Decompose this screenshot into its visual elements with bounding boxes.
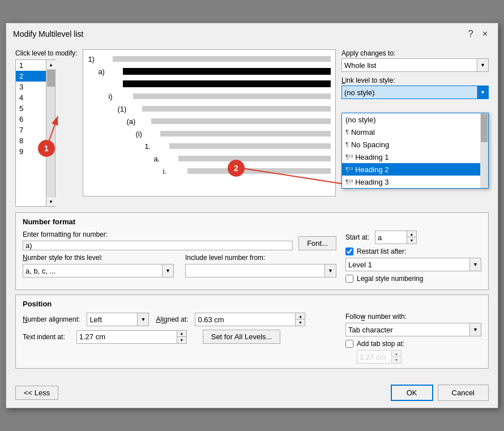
style-item-4[interactable]: ¶¹³Heading 2 [342,163,480,176]
level-item-6[interactable]: 6 [16,114,46,125]
level-item-7[interactable]: 7 [16,125,46,135]
number-alignment-label: Number alignment: [23,315,80,323]
start-at-spinner[interactable]: ▲ ▼ [375,231,417,244]
close-button[interactable]: × [479,28,491,40]
tab-stop-value[interactable] [357,353,391,361]
style-item-5[interactable]: ¶¹³Heading 3 [342,176,480,188]
position-left: Number alignment: Left ▼ Ali̲gned at: [23,313,336,364]
start-at-label: Start at: [345,233,369,241]
number-alignment-dropdown[interactable]: Left ▼ [87,313,149,326]
set-for-all-button[interactable]: Set for All Levels... [203,330,281,344]
position-right: Follow̲ number with: Tab character ▼ Add… [345,313,481,364]
preview-row-7: 1. [88,140,331,152]
tab-stop-spinner[interactable]: ▲ ▼ [357,350,402,364]
level-list-container: 123456789 ▲ ▼ [15,59,77,207]
preview-line-3 [133,93,331,99]
cancel-button[interactable]: Cancel [438,385,489,401]
tab-stop-down[interactable]: ▼ [392,357,401,363]
preview-label-6: (i) [135,130,158,138]
aligned-at-label: Ali̲gned at: [156,315,188,323]
position-section: Position Number alignment: Left ▼ Ali̲gn… [15,295,489,369]
formatting-input[interactable] [23,241,293,250]
level-list[interactable]: 123456789 [15,59,46,207]
position-row: Number alignment: Left ▼ Ali̲gned at: [23,313,481,364]
aligned-at-value[interactable] [195,315,295,324]
preview-label-8: a. [153,155,176,163]
legal-style-label: Legal style numbering [357,275,423,283]
style-item-1[interactable]: ¶Normal [342,126,480,138]
formatting-label: Enter formatting for number: [23,231,293,238]
style-item-0[interactable]: (no style) [342,113,480,126]
text-indent-down[interactable]: ▼ [177,337,186,343]
apply-changes-arrow: ▼ [477,59,488,71]
dialog-body: Click level to modify: 123456789 ▲ ▼ [6,44,498,380]
ok-button[interactable]: OK [391,385,433,401]
start-at-down[interactable]: ▼ [407,237,416,244]
apply-changes-dropdown[interactable]: Whole list ▼ [341,58,489,72]
start-at-up[interactable]: ▲ [407,231,416,237]
number-style-col: Number style for this level: a, b, c, ..… [23,254,174,278]
formatting-row: Enter formatting for number: Font... [23,231,336,250]
preview-row-9: i. [88,165,331,177]
text-indent-spinner[interactable]: ▲ ▼ [76,330,187,344]
aligned-at-down[interactable]: ▼ [296,319,305,326]
restart-list-checkbox[interactable] [345,247,353,255]
number-alignment-value: Left [87,313,137,326]
level-item-1[interactable]: 1 [16,60,46,71]
follow-number-dropdown[interactable]: Tab character ▼ [345,323,481,336]
include-level-col: Include level number from: ▼ [185,254,336,278]
level-scrollbar: ▲ ▼ [46,59,55,207]
style-scrollbar[interactable] [480,113,488,188]
tab-stop-arrows: ▲ ▼ [391,351,401,363]
less-button[interactable]: << Less [15,386,58,400]
restart-list-arrow: ▼ [469,258,481,271]
level-item-2[interactable]: 2 [16,71,46,82]
help-button[interactable]: ? [465,28,477,40]
restart-list-label: Restart list after: [357,247,406,255]
aligned-at-arrows: ▲ ▼ [295,313,305,326]
level-item-5[interactable]: 5 [16,103,46,114]
annotation-2-circle: 2 [228,160,245,177]
text-indent-up[interactable]: ▲ [177,331,186,337]
preview-label-3: i) [108,92,131,101]
include-level-value [186,264,324,277]
preview-row-2 [88,78,331,89]
start-at-value[interactable] [375,233,407,242]
add-tab-stop-checkbox[interactable] [345,340,353,348]
title-bar: Modify Multilevel list ? × [6,23,498,44]
level-item-3[interactable]: 3 [16,82,46,92]
number-style-dropdown[interactable]: a, b, c, ... ▼ [23,264,174,278]
preview-row-8: a. [88,153,331,164]
style-item-2[interactable]: ¶No Spacing [342,138,480,151]
legal-style-checkbox[interactable] [345,275,353,283]
style-item-3[interactable]: ¶¹³Heading 1 [342,151,480,163]
preview-line-8 [178,156,331,161]
text-indent-value[interactable] [77,332,177,341]
restart-list-dropdown[interactable]: Level 1 ▼ [345,258,481,271]
number-style-arrow: ▼ [162,264,173,277]
number-format-left: Enter formatting for number: Font... Num… [23,231,336,278]
title-controls: ? × [465,28,491,40]
preview-line-7 [169,143,331,149]
scroll-up-button[interactable]: ▲ [46,60,55,69]
preview-row-5: (a) [88,116,331,127]
tab-stop-up[interactable]: ▲ [392,351,401,357]
aligned-at-up[interactable]: ▲ [296,313,305,319]
link-level-dropdown[interactable]: (no style) ▼ [341,86,489,99]
aligned-at-spinner[interactable]: ▲ ▼ [195,313,305,326]
number-format-label: Number format [23,217,481,226]
include-level-dropdown[interactable]: ▼ [185,264,336,278]
follow-number-label: Follow̲ number with: [345,313,481,321]
level-item-4[interactable]: 4 [16,92,46,103]
start-at-arrows: ▲ ▼ [407,231,416,244]
preview-label-5: (a) [126,117,149,126]
text-indent-label: Text indent at: [23,333,65,341]
font-button[interactable]: Font... [298,236,336,250]
link-level-label: Link level to style: [341,76,489,84]
position-label: Position [23,300,481,308]
add-tab-stop-label: Add tab stop at: [357,340,404,348]
preview-line-2 [123,80,331,87]
scroll-thumb [47,70,55,87]
scroll-down-button[interactable]: ▼ [46,197,55,206]
number-alignment-arrow: ▼ [137,313,148,326]
